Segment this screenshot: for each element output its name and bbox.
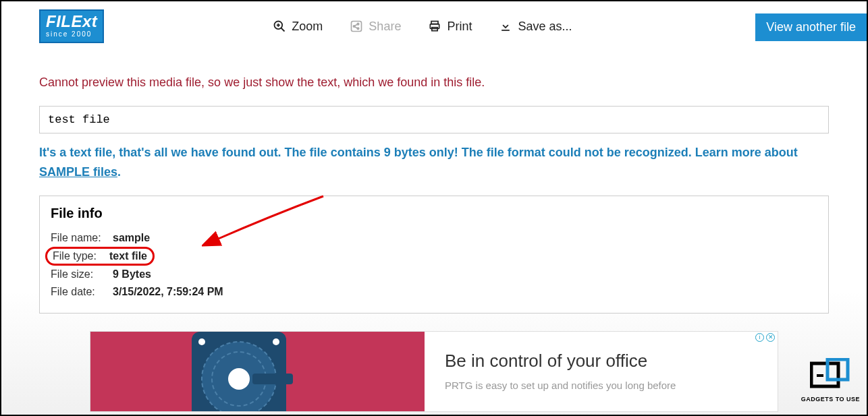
watermark-icon bbox=[810, 358, 850, 392]
info-text-part2: . bbox=[117, 165, 121, 179]
svg-point-18 bbox=[198, 338, 205, 345]
watermark-text: GADGETS TO USE bbox=[801, 396, 860, 403]
file-date-label: File date: bbox=[51, 286, 113, 298]
save-as-label: Save as... bbox=[518, 20, 572, 34]
print-icon bbox=[428, 20, 441, 33]
disk-icon bbox=[171, 332, 306, 411]
ad-subtitle: PRTG is easy to set up and notifies you … bbox=[445, 380, 757, 391]
view-another-button[interactable]: View another file bbox=[755, 13, 867, 41]
svg-line-9 bbox=[355, 27, 358, 28]
logo-title: FILExt bbox=[46, 13, 97, 30]
file-type-value: text file bbox=[109, 250, 147, 262]
svg-line-1 bbox=[281, 28, 285, 32]
file-info-row-date: File date: 3/15/2022, 7:59:24 PM bbox=[51, 283, 817, 301]
file-name-value: sample bbox=[113, 232, 150, 244]
print-label: Print bbox=[447, 20, 472, 34]
ad-title: Be in control of your office bbox=[445, 351, 757, 372]
file-name-label: File name: bbox=[51, 232, 113, 244]
toolbar: Zoom Share Print Save as... bbox=[273, 20, 572, 34]
download-icon bbox=[499, 20, 512, 33]
ad-banner[interactable]: i ✕ Be in control of your office PRTG is… bbox=[90, 331, 778, 412]
info-text: It's a text file, that's all we have fou… bbox=[39, 143, 829, 182]
file-info-row-size: File size: 9 Bytes bbox=[51, 266, 817, 283]
file-type-label: File type: bbox=[53, 250, 109, 262]
share-icon bbox=[350, 20, 363, 33]
svg-point-17 bbox=[228, 368, 250, 390]
svg-rect-22 bbox=[252, 374, 293, 384]
file-info-title: File info bbox=[51, 206, 817, 221]
save-as-button[interactable]: Save as... bbox=[499, 20, 572, 34]
logo[interactable]: FILExt since 2000 bbox=[39, 9, 104, 43]
ad-text: Be in control of your office PRTG is eas… bbox=[425, 332, 778, 411]
svg-line-8 bbox=[355, 24, 358, 26]
svg-rect-25 bbox=[817, 374, 823, 377]
share-button: Share bbox=[350, 20, 401, 34]
zoom-icon bbox=[273, 20, 286, 33]
ad-image bbox=[90, 332, 425, 411]
svg-point-19 bbox=[273, 338, 279, 345]
file-size-value: 9 Bytes bbox=[113, 268, 151, 280]
file-info-row-name: File name: sample bbox=[51, 229, 817, 247]
print-button[interactable]: Print bbox=[428, 20, 472, 34]
logo-tagline: since 2000 bbox=[46, 31, 97, 38]
share-label: Share bbox=[369, 20, 401, 34]
watermark: GADGETS TO USE bbox=[801, 358, 860, 403]
info-text-part1: It's a text file, that's all we have fou… bbox=[39, 146, 798, 159]
ad-badge[interactable]: i ✕ bbox=[755, 333, 775, 342]
zoom-label: Zoom bbox=[292, 20, 323, 34]
sample-files-link[interactable]: SAMPLE files bbox=[39, 165, 117, 179]
warning-message: Cannot preview this media file, so we ju… bbox=[39, 76, 829, 90]
file-info-panel: File info File name: sample File type: t… bbox=[39, 196, 829, 314]
svg-rect-23 bbox=[811, 363, 838, 386]
file-content-box: test file bbox=[39, 106, 829, 133]
file-info-row-type-highlighted: File type: text file bbox=[45, 247, 155, 266]
file-date-value: 3/15/2022, 7:59:24 PM bbox=[113, 286, 223, 298]
zoom-button[interactable]: Zoom bbox=[273, 20, 323, 34]
ad-info-icon: i bbox=[755, 333, 764, 342]
ad-close-icon[interactable]: ✕ bbox=[766, 333, 775, 342]
file-size-label: File size: bbox=[51, 268, 113, 280]
